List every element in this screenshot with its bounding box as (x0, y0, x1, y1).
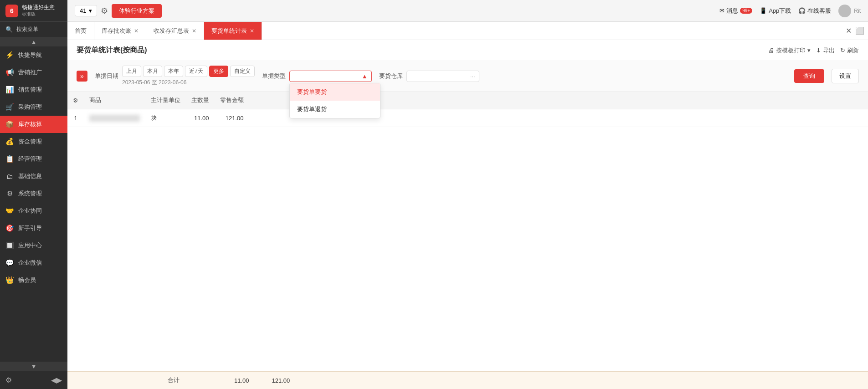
sidebar-item-enterprise[interactable]: 🤝 企业协同 (0, 202, 67, 220)
type-input[interactable] (293, 73, 362, 80)
user-avatar[interactable]: Rit (838, 5, 861, 17)
sidebar-item-basic[interactable]: 🗂 基础信息 (0, 168, 67, 185)
topbar-settings-icon[interactable]: ⚙ (101, 6, 108, 16)
promo-button[interactable]: 体验行业方案 (112, 4, 162, 18)
date-btn-custom[interactable]: 自定义 (230, 66, 255, 77)
goods-value: ████████████ (89, 115, 140, 122)
inventory-icon: 📦 (5, 120, 14, 128)
service-icon: 🎧 (798, 7, 806, 14)
sidebar-item-operations[interactable]: 📋 经营管理 (0, 150, 67, 168)
sidebar-item-quick-nav[interactable]: ⚡ 快捷导航 (0, 46, 67, 64)
app-download-button[interactable]: 📱 App下载 (760, 7, 791, 15)
enterprise-icon: 🤝 (5, 207, 14, 215)
sidebar-item-system[interactable]: ⚙ 系统管理 (0, 185, 67, 202)
tab-batch-account[interactable]: 库存批次账 ✕ (94, 22, 146, 40)
marketing-icon: 📢 (5, 68, 14, 77)
date-btn-prev-month[interactable]: 上月 (122, 66, 141, 77)
print-button[interactable]: 🖨 按模板打印 ▾ (768, 46, 811, 55)
filter-toggle-button[interactable]: » (77, 71, 87, 82)
tab-receive-close[interactable]: ✕ (192, 28, 196, 34)
table-header-row: ⚙ 商品 主计量单位 主数量 零售金额 (67, 92, 868, 109)
sidebar-item-label: 营销推广 (18, 68, 42, 77)
print-label: 按模板打印 (776, 46, 806, 55)
date-btn-this-month[interactable]: 本月 (143, 66, 162, 77)
sidebar-item-inventory[interactable]: 📦 库存核算 (0, 116, 67, 133)
online-service-button[interactable]: 🎧 在线客服 (798, 7, 831, 15)
sidebar-scroll-down[interactable]: ▼ (0, 362, 67, 371)
sidebar-item-label: 畅会员 (18, 276, 36, 284)
tab-maximize-button[interactable]: ⬜ (855, 26, 864, 35)
topbar-right: ✉ 消息 99+ 📱 App下载 🎧 在线客服 Rit (719, 5, 861, 17)
footer-collapse-icon[interactable]: ◀▶ (51, 376, 62, 384)
table-row: 1 ████████████ 块 11.00 121.00 (67, 109, 868, 127)
sidebar-item-guide[interactable]: 🎯 新手引导 (0, 220, 67, 237)
system-icon: ⚙ (5, 189, 14, 198)
more-dates-badge[interactable]: 更多 (209, 66, 228, 77)
app-logo-icon: 6 (5, 5, 18, 17)
sidebar-item-sales[interactable]: 📊 销售管理 (0, 81, 67, 98)
sidebar-scroll-up[interactable]: ▲ (0, 37, 67, 46)
warehouse-select[interactable]: ··· (406, 71, 479, 82)
row-quantity: 11.00 (186, 109, 215, 127)
export-label: 导出 (823, 46, 835, 55)
footer-settings-icon[interactable]: ⚙ (5, 376, 12, 384)
sidebar-item-label: 资金管理 (18, 138, 42, 146)
query-button[interactable]: 查询 (794, 69, 824, 83)
messages-button[interactable]: ✉ 消息 99+ (719, 7, 752, 15)
operations-icon: 📋 (5, 155, 14, 163)
page-title: 要货单统计表(按商品) (77, 46, 147, 55)
chevron-down-icon: ▾ (89, 7, 92, 14)
tab-batch-close[interactable]: ✕ (134, 28, 139, 34)
sidebar-item-label: 经营管理 (18, 155, 42, 163)
export-icon: ⬇ (816, 47, 821, 54)
sidebar-item-label: 快捷导航 (18, 51, 42, 59)
date-btn-group: 上月 本月 本年 近7天 更多 自定义 (122, 66, 255, 77)
row-num: 1 (67, 109, 84, 127)
data-table: ⚙ 商品 主计量单位 主数量 零售金额 1 ████████████ (67, 92, 868, 127)
tab-order-close[interactable]: ✕ (250, 28, 254, 34)
sidebar-search[interactable]: 🔍 搜索菜单 (0, 22, 67, 37)
filter-bar: » 单据日期 上月 本月 本年 近7天 更多 自定义 2023-05-06 至 … (67, 61, 868, 92)
table-footer: 合计 11.00 121.00 (67, 371, 868, 389)
dropdown-item-order-return[interactable]: 要货单退货 (290, 101, 380, 118)
sidebar-item-finance[interactable]: 💰 资金管理 (0, 133, 67, 150)
tab-home-label: 首页 (75, 27, 87, 35)
sidebar-item-label: 采购管理 (18, 103, 42, 111)
export-button[interactable]: ⬇ 导出 (816, 46, 835, 55)
row-amount: 121.00 (215, 109, 249, 127)
refresh-button[interactable]: ↻ 刷新 (840, 46, 859, 55)
type-select[interactable]: ▲ (289, 71, 372, 82)
tab-home[interactable]: 首页 (67, 22, 94, 40)
sidebar-item-purchase[interactable]: 🛒 采购管理 (0, 98, 67, 116)
tab-receive-summary[interactable]: 收发存汇总表 ✕ (146, 22, 204, 40)
sidebar-item-member[interactable]: 👑 畅会员 (0, 271, 67, 289)
sidebar-item-label: 系统管理 (18, 189, 42, 198)
more-icon: ··· (470, 73, 475, 80)
company-selector[interactable]: 41 ▾ (75, 5, 97, 16)
sales-icon: 📊 (5, 86, 14, 94)
message-icon: ✉ (719, 7, 724, 14)
sidebar-item-label: 库存核算 (18, 120, 42, 128)
sidebar-item-marketing[interactable]: 📢 营销推广 (0, 64, 67, 81)
settings-button[interactable]: 设置 (832, 69, 859, 83)
th-unit: 主计量单位 (145, 92, 186, 109)
message-badge: 99+ (740, 8, 752, 14)
sidebar-item-app-center[interactable]: 🔲 应用中心 (0, 237, 67, 254)
app-title: 畅捷通好生意 (22, 4, 55, 11)
tab-order-summary[interactable]: 要货单统计表 ✕ (204, 22, 262, 40)
th-quantity: 主数量 (186, 92, 215, 109)
tab-close-all-button[interactable]: ✕ (846, 26, 852, 35)
row-unit: 块 (145, 109, 186, 127)
th-settings[interactable]: ⚙ (67, 92, 84, 109)
th-amount: 零售金额 (215, 92, 249, 109)
date-btn-this-year[interactable]: 本年 (164, 66, 183, 77)
dropdown-item-order-goods[interactable]: 要货单要货 (290, 83, 380, 101)
type-label: 单据类型 (262, 72, 286, 80)
date-btn-last-7-days[interactable]: 近7天 (185, 66, 207, 77)
sidebar-item-wechat[interactable]: 💬 企业微信 (0, 254, 67, 271)
app-download-icon: 📱 (760, 7, 767, 14)
tab-batch-label: 库存批次账 (102, 27, 131, 35)
sidebar-item-label: 应用中心 (18, 241, 42, 250)
footer-label: 合计 (168, 376, 180, 384)
sidebar: 6 畅捷通好生意 标准版 🔍 搜索菜单 ▲ ⚡ 快捷导航 📢 营销推广 📊 销售… (0, 0, 67, 389)
